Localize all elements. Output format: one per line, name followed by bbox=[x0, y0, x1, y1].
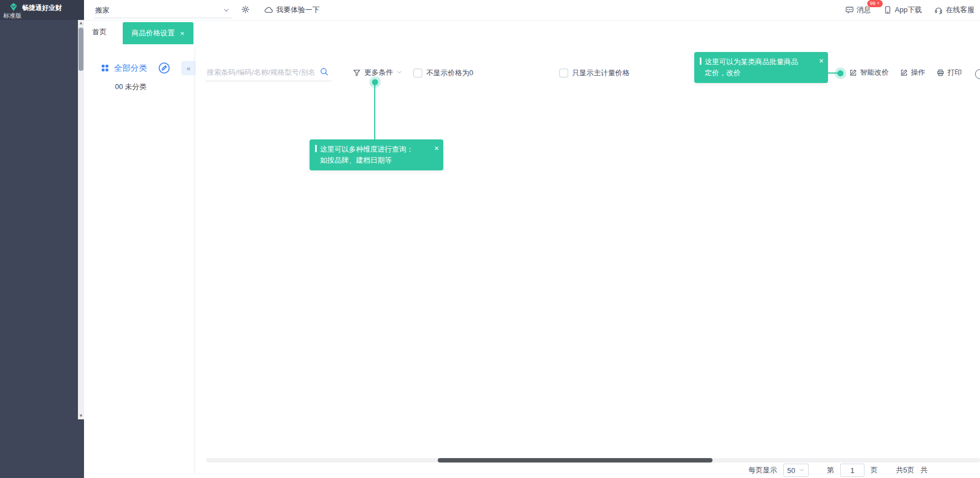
tooltip-connector bbox=[824, 72, 838, 74]
messages-badge: 99 + bbox=[867, 0, 883, 7]
per-page-select[interactable]: 50 bbox=[783, 464, 809, 477]
table-actions: 智能改价 操作 打印 bbox=[849, 67, 965, 77]
org-select[interactable]: 搬家 bbox=[94, 4, 232, 18]
sidebar-scrollbar[interactable]: ▲ ▼ bbox=[78, 20, 84, 419]
print-button[interactable]: 打印 bbox=[936, 67, 965, 77]
total-pages: 共5页 bbox=[896, 465, 914, 475]
tooltip-text: 这里可以多种维度进行查询： bbox=[320, 145, 413, 153]
edit-pencil-icon bbox=[900, 69, 908, 77]
category-title[interactable]: 全部分类 bbox=[114, 63, 147, 74]
tooltip-close-icon[interactable]: × bbox=[434, 143, 439, 154]
search-input[interactable] bbox=[206, 64, 317, 80]
checkbox-hide-zero-price[interactable]: 不显示价格为0 bbox=[413, 68, 473, 78]
checkbox[interactable] bbox=[559, 69, 568, 77]
scroll-down-icon[interactable]: ▼ bbox=[78, 413, 84, 419]
smart-reprice-label: 智能改价 bbox=[860, 67, 889, 77]
edit-category-icon[interactable] bbox=[158, 62, 170, 74]
brand-title: 畅捷通好业财 bbox=[22, 3, 62, 13]
search-underline bbox=[206, 81, 332, 81]
sidebar-scroll-thumb[interactable] bbox=[78, 28, 83, 71]
total-count-clipped: 共 bbox=[920, 465, 927, 475]
per-page-value: 50 bbox=[787, 466, 795, 475]
cloud-icon bbox=[264, 6, 273, 14]
edit-pencil-icon bbox=[849, 69, 857, 77]
per-page-label: 每页显示 bbox=[748, 465, 777, 475]
tab-label: 商品价格设置 bbox=[132, 28, 175, 38]
collapse-panel-button[interactable]: « bbox=[181, 61, 196, 75]
page-suffix: 页 bbox=[871, 465, 878, 475]
tab-close-icon[interactable]: × bbox=[180, 29, 185, 38]
more-conditions-button[interactable]: 更多条件 bbox=[353, 67, 402, 77]
tooltip-marker bbox=[315, 145, 317, 152]
clipped-toolbar-icon[interactable] bbox=[975, 69, 980, 79]
tab-product-price-settings[interactable]: 商品价格设置 × bbox=[123, 22, 193, 44]
checkbox-main-unit-only[interactable]: 只显示主计量价格 bbox=[559, 68, 630, 78]
grid-icon bbox=[101, 64, 109, 72]
sidebar: 畅捷通好业财 标准版 ▲ ▼ bbox=[0, 0, 84, 478]
scroll-up-icon[interactable]: ▲ bbox=[78, 20, 84, 27]
headset-icon bbox=[934, 6, 943, 14]
checkbox[interactable] bbox=[413, 69, 422, 77]
checkbox-label: 只显示主计量价格 bbox=[572, 68, 630, 78]
tab-bar: 首页 商品价格设置 × bbox=[84, 20, 980, 44]
checkbox-label: 不显示价格为0 bbox=[426, 68, 473, 78]
brand: 畅捷通好业财 标准版 bbox=[0, 0, 84, 20]
printer-icon bbox=[936, 69, 945, 77]
tooltip-text: 如按品牌、建档日期等 bbox=[320, 156, 392, 164]
pulse-dot bbox=[372, 79, 378, 85]
filter-funnel-icon bbox=[353, 69, 361, 77]
brand-edition: 标准版 bbox=[3, 12, 22, 20]
coach-tooltip-batch-pricing: × 这里可以为某类商品批量商品 定价，改价 bbox=[694, 52, 828, 83]
support-button[interactable]: 在线客服 bbox=[934, 5, 974, 15]
org-name: 搬家 bbox=[95, 6, 109, 15]
settings-gear-icon[interactable] bbox=[241, 5, 250, 15]
chevron-down-icon[interactable] bbox=[223, 7, 230, 15]
chat-icon bbox=[845, 6, 854, 14]
coach-tooltip-query-dimensions: × 这里可以多种维度进行查询： 如按品牌、建档日期等 bbox=[310, 139, 443, 170]
panel-divider bbox=[195, 49, 195, 474]
operate-label: 操作 bbox=[911, 67, 925, 77]
search-icon[interactable] bbox=[319, 67, 329, 76]
tab-home[interactable]: 首页 bbox=[92, 27, 107, 37]
topbar: 搬家 我要体验一下 消息 99 + App下载 在线客服 bbox=[84, 0, 980, 20]
category-item-uncategorized[interactable]: 00 未分类 bbox=[115, 82, 146, 92]
tooltip-text: 这里可以为某类商品批量商品 bbox=[705, 58, 798, 66]
tooltip-connector bbox=[374, 85, 375, 139]
page-prefix: 第 bbox=[827, 465, 834, 475]
page-number-input[interactable] bbox=[840, 464, 864, 477]
support-label: 在线客服 bbox=[946, 5, 974, 15]
messages-button[interactable]: 消息 99 + bbox=[845, 5, 871, 15]
topbar-right: 消息 99 + App下载 在线客服 bbox=[845, 5, 974, 15]
more-conditions-label: 更多条件 bbox=[364, 67, 393, 77]
smart-reprice-button[interactable]: 智能改价 bbox=[849, 67, 889, 77]
category-panel-header: 全部分类 « bbox=[101, 61, 196, 75]
app-download-button[interactable]: App下载 bbox=[883, 5, 922, 15]
horizontal-scrollbar-thumb[interactable] bbox=[438, 458, 712, 463]
pulse-dot bbox=[837, 70, 843, 76]
operate-button[interactable]: 操作 bbox=[900, 67, 925, 77]
print-label: 打印 bbox=[947, 67, 962, 77]
experience-link[interactable]: 我要体验一下 bbox=[264, 5, 319, 15]
tooltip-close-icon[interactable]: × bbox=[819, 55, 824, 66]
tooltip-text: 定价，改价 bbox=[705, 69, 741, 77]
app-window: 畅捷通好业财 标准版 ▲ ▼ 搬家 我要体验一下 消息 99 + bbox=[0, 0, 980, 478]
experience-label: 我要体验一下 bbox=[276, 5, 319, 15]
app-download-label: App下载 bbox=[895, 5, 922, 15]
chevron-down-icon bbox=[396, 69, 402, 77]
tooltip-marker bbox=[700, 58, 701, 65]
chevron-down-icon bbox=[799, 467, 805, 474]
phone-icon bbox=[883, 6, 892, 14]
pagination: 每页显示 50 第 页 共5页 共 bbox=[748, 464, 927, 477]
